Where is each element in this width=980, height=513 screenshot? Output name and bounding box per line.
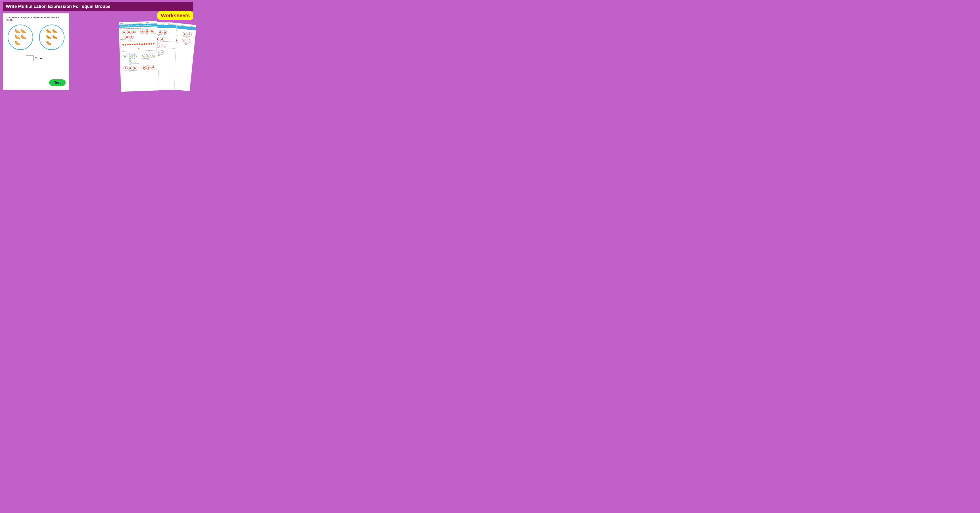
ws1-eq-br: x = (139, 58, 157, 60)
ws1-sc-tr-3: 🍎 (150, 29, 154, 33)
ws3-sc-4: 🧸 (187, 32, 192, 37)
ws1-eq-tr: x = (138, 33, 156, 36)
page-title: Write Multiplication Expression For Equa… (6, 4, 111, 9)
ws1-dot-1: 🍓 (122, 44, 124, 46)
ws1-eq-b2r: x = (140, 70, 158, 72)
ws1-dot-5: 🍓 (132, 43, 134, 45)
worksheet-page-1: Name Date Write multiplication sentence … (119, 21, 159, 92)
hotdog-6: 🌭 (46, 29, 51, 34)
ws1-eq-tl: 5 x 2 = 10 (120, 39, 138, 41)
ws1-row-b2r: 🍎 🍎 🍎 (142, 65, 156, 70)
ws1-sc-br-1: 🌭 (141, 54, 146, 58)
ws1-sc-tr-1: 🍎 (140, 29, 145, 34)
ws3-sc-8: ☕ (182, 38, 186, 43)
left-panel: Complete the multiplication sentence tha… (3, 13, 69, 90)
ws3-cell-4: ☕ ☕ x = (179, 38, 194, 46)
ws2-sc-8: 🍵 (162, 44, 166, 48)
ws1-sc-tl-5: 🍓 (129, 35, 134, 39)
hotdog-2: 🌭 (21, 29, 26, 34)
ws2-sc-3: 🍎 (162, 30, 167, 35)
ws2-sc-5: 🧸 (160, 37, 164, 41)
circles-container: 🌭 🌭 🌭 🌭 🌭 🌭 🌭 🌭 🌭 🌭 (6, 24, 66, 50)
hotdog-4: 🌭 (21, 35, 26, 40)
ws1-row-bl: 🥬 🥬 🥬 🥬 (121, 54, 139, 64)
ws1-dot-3: 🍓 (127, 44, 129, 46)
ws1-dot-4: 🍓 (129, 43, 131, 45)
hotdog-7: 🌭 (52, 29, 57, 34)
ws1-sc-b2r-2: 🍎 (146, 65, 151, 70)
ws1-sc-b2r-3: 🍎 (151, 65, 156, 70)
ws1-date-label: Date (146, 22, 156, 24)
ws1-cell-bl: 🥬 🥬 🥬 🥬 x = (121, 54, 139, 65)
ws1-cell-tl: 🍓 🍓 🍓 🍓 🍓 5 x 2 = 10 (120, 30, 138, 41)
ws1-dot-6: 🍓 (134, 43, 136, 45)
ws1-sc-tl-4: 🍓 (124, 35, 129, 39)
ws2-sc-7: 🍵 (157, 43, 162, 48)
right-panel: Worksheets Date or equal groups ch model… (72, 13, 193, 94)
ws3-sc-9: ☕ (186, 39, 191, 44)
hotdog-grid-1: 🌭 🌭 🌭 🌭 🌭 (13, 27, 28, 48)
ws1-dot-2: 🍓 (124, 44, 126, 46)
ws1-sc-b2l-2: 🧸 (128, 66, 132, 70)
ws1-sc-bl-1: 🥬 (123, 54, 127, 59)
ws1-name-line (133, 22, 143, 24)
test-button[interactable]: Test (49, 80, 66, 86)
ws1-sc-bl-3: 🥬 (132, 54, 137, 59)
ws1-name-label: Name (120, 23, 129, 24)
hotdog-grid-2: 🌭 🌭 🌭 🌭 🌭 (44, 27, 59, 48)
ws1-sc-tl-3: 🍓 (131, 30, 136, 34)
ws1-sc-br-2: 🌭 (146, 54, 150, 58)
hotdog-3: 🌭 (15, 35, 20, 40)
ws1-sc-bl-2: 🥬 (127, 54, 132, 59)
hotdog-1: 🌭 (15, 29, 20, 34)
ws1-body: Write multiplication sentence to describ… (119, 27, 158, 73)
ws1-dot-9: 🍓 (141, 43, 143, 45)
worksheets-badge-label: Worksheets (161, 13, 190, 18)
ws1-sc-b2r-1: 🍎 (142, 65, 146, 70)
ws1-big-dots: 🍓 🍓 🍓 🍓 🍓 🍓 🍓 🍓 🍓 🍓 🍓 (121, 41, 156, 51)
ws1-grid-bottom: 🥬 🥬 🥬 🥬 x = 🌭 🌭 (121, 54, 158, 72)
ws2-date-label: Date (168, 23, 176, 25)
ws1-sc-tl-2: 🍓 (127, 30, 131, 34)
ws1-sc-b2l-1: 🧸 (123, 66, 127, 70)
ws1-dot-11: 🍓 (146, 43, 148, 45)
ws1-eq-b2l: x = (121, 70, 139, 72)
ws1-row-b2l: 🧸 🧸 🧸 (123, 66, 137, 70)
equation-text: x 5 = 10 (35, 56, 46, 60)
ws1-sc-br-3: 🌭 (151, 54, 155, 58)
page-wrapper: Write Multiplication Expression For Equa… (0, 0, 196, 103)
ws1-dot-8: 🍓 (138, 43, 140, 45)
ws1-dot-12: 🍓 (148, 43, 150, 45)
ws1-cell-b2l: 🧸 🧸 🧸 x = (121, 66, 139, 72)
hotdog-10: 🌭 (46, 41, 51, 46)
ws1-row-tr: 🍎 🍎 🍎 (140, 29, 154, 34)
header-bar: Write Multiplication Expression For Equa… (3, 2, 193, 11)
ws1-eq-bl: x = (121, 63, 139, 65)
ws1-sc-tl-1: 🍓 (122, 30, 126, 35)
ws2-sc-10: 🥧 (159, 50, 164, 55)
ws2-sc-2: 🍎 (158, 30, 162, 35)
ws1-dot-14: 🍓 (153, 43, 154, 45)
ws1-row-tl: 🍓 🍓 🍓 🍓 🍓 (120, 30, 138, 39)
ws1-dot-10: 🍓 (143, 43, 145, 45)
ws1-big-section: 🍓 🍓 🍓 🍓 🍓 🍓 🍓 🍓 🍓 🍓 🍓 (120, 41, 157, 54)
answer-input-box[interactable] (25, 56, 33, 61)
hotdog-8: 🌭 (46, 35, 51, 40)
instruction-text: Complete the multiplication sentence tha… (6, 16, 66, 21)
ws1-dot-7: 🍓 (136, 43, 138, 45)
group-circle-2: 🌭 🌭 🌭 🌭 🌭 (39, 24, 65, 50)
ws1-dot-15: 🍓 (138, 48, 140, 49)
ws1-sc-bl-4: 🥬 (127, 59, 132, 64)
hotdog-5: 🌭 (15, 41, 20, 46)
equation-line: x 5 = 10 (6, 56, 66, 61)
ws1-cell-br: 🌭 🌭 🌭 x = (139, 54, 157, 65)
ws1-sc-tr-2: 🍎 (145, 29, 150, 34)
ws1-cell-tr: 🍎 🍎 🍎 x = (138, 29, 156, 40)
group-circle-1: 🌭 🌭 🌭 🌭 🌭 (8, 24, 33, 50)
ws1-grid-top: 🍓 🍓 🍓 🍓 🍓 5 x 2 = 10 (120, 29, 156, 41)
hotdog-9: 🌭 (52, 35, 57, 40)
ws2-name-line (156, 23, 164, 24)
ws3-sc-3: 🧸 (183, 32, 187, 36)
ws1-sc-b2l-3: 🧸 (132, 66, 137, 70)
worksheets-badge: Worksheets (158, 11, 193, 20)
